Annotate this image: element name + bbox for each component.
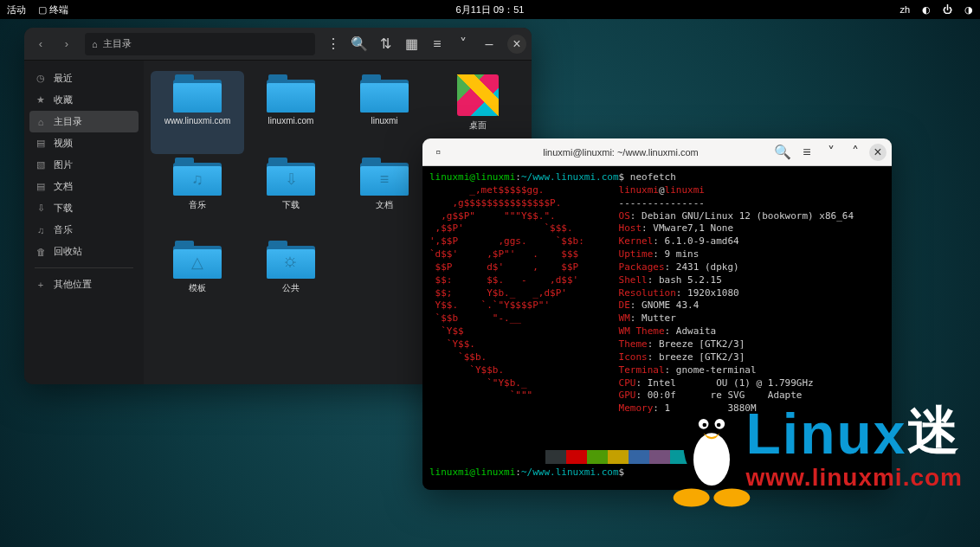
file-manager-header: ‹ › ⌂ 主目录 ⋮ 🔍 ⇅ ▦ ≡ ˅ – × — [24, 28, 532, 61]
new-tab-icon[interactable]: ▫ — [428, 142, 448, 163]
sidebar-item-label: 音乐 — [54, 223, 73, 236]
chevron-up-icon[interactable]: ˄ — [845, 142, 866, 163]
folder-icon — [360, 74, 409, 113]
color-swatch — [649, 450, 670, 464]
menu-icon[interactable]: ≡ — [796, 142, 817, 163]
file-label: 公共 — [282, 282, 300, 294]
status-icon[interactable]: ◐ — [922, 4, 931, 16]
file-label: 音乐 — [189, 199, 206, 211]
terminal-title: linuxmi@linuxmi: ~/www.linuxmi.com — [473, 147, 769, 158]
file-item-1[interactable]: linuxmi.com — [244, 71, 338, 154]
plus-icon: + — [35, 280, 47, 290]
search-icon[interactable]: 🔍 — [772, 142, 793, 163]
sidebar-item-label: 图片 — [54, 158, 73, 171]
folder-icon: ⇩ — [267, 158, 315, 196]
app-icon — [457, 74, 499, 116]
file-item-4[interactable]: ♫ 音乐 — [151, 154, 244, 237]
sidebar-item-label: 最近 — [54, 72, 73, 85]
file-item-9[interactable]: ⛭ 公共 — [244, 237, 338, 320]
sidebar-item-4[interactable]: ▧图片 — [24, 154, 144, 176]
minimize-icon[interactable]: – — [478, 33, 500, 55]
sidebar-icon: ▤ — [35, 181, 47, 192]
file-item-0[interactable]: www.linuxmi.com — [151, 71, 244, 154]
active-app-indicator[interactable]: ▢ 终端 — [38, 3, 68, 16]
sidebar-icon: ▤ — [35, 138, 47, 149]
close-icon[interactable]: × — [507, 35, 526, 54]
file-label: 模板 — [189, 282, 206, 294]
sidebar-item-other[interactable]: +其他位置 — [24, 274, 144, 295]
back-button[interactable]: ‹ — [29, 33, 52, 55]
color-palette — [545, 450, 712, 464]
file-label: www.linuxmi.com — [164, 116, 231, 125]
file-label: 桌面 — [469, 119, 487, 132]
folder-icon: ≡ — [360, 158, 409, 196]
color-swatch — [566, 450, 587, 464]
file-label: 下载 — [282, 199, 300, 211]
sidebar-item-label: 下载 — [54, 202, 73, 215]
input-method-indicator[interactable]: zh — [899, 4, 910, 15]
path-label: 主目录 — [103, 37, 132, 50]
sidebar-icon: ▧ — [35, 159, 47, 171]
chevron-down-icon[interactable]: ˅ — [452, 33, 474, 55]
svg-point-7 — [713, 489, 750, 507]
sidebar-item-3[interactable]: ▤视频 — [24, 132, 144, 154]
sidebar-icon: ⌂ — [35, 117, 47, 127]
sidebar: ◷最近★收藏⌂主目录▤视频▧图片▤文档⇩下载♫音乐🗑回收站+其他位置 — [24, 61, 144, 384]
file-item-5[interactable]: ⇩ 下载 — [244, 154, 338, 237]
path-bar[interactable]: ⌂ 主目录 — [85, 33, 315, 55]
chevron-down-icon[interactable]: ˅ — [821, 142, 841, 163]
activities-button[interactable]: 活动 — [7, 3, 26, 16]
logo-cn: 迷 — [907, 396, 961, 467]
sidebar-item-6[interactable]: ⇩下载 — [24, 197, 144, 219]
menu-icon[interactable]: ≡ — [426, 33, 448, 55]
forward-button[interactable]: › — [55, 33, 78, 55]
sidebar-item-8[interactable]: 🗑回收站 — [24, 241, 144, 262]
sidebar-item-label: 收藏 — [54, 93, 73, 106]
folder-icon: ♫ — [173, 158, 222, 196]
file-label: linuxmi.com — [268, 116, 314, 125]
color-swatch — [587, 450, 608, 464]
folder-icon — [267, 74, 315, 113]
close-icon[interactable]: × — [869, 144, 887, 161]
clock[interactable]: 6月11日 09：51 — [456, 3, 525, 16]
system-menu-icon[interactable]: ◑ — [964, 4, 973, 16]
color-swatch — [608, 450, 629, 464]
sidebar-item-label: 文档 — [54, 180, 73, 193]
view-icon[interactable]: ▦ — [400, 33, 422, 55]
sidebar-item-2[interactable]: ⌂主目录 — [29, 111, 139, 132]
sidebar-item-5[interactable]: ▤文档 — [24, 176, 144, 197]
sidebar-icon: ♫ — [35, 225, 47, 235]
sidebar-item-label: 其他位置 — [54, 278, 92, 291]
color-swatch — [545, 450, 566, 464]
svg-point-6 — [673, 489, 709, 507]
topbar: 活动 ▢ 终端 6月11日 09：51 zh ◐ ⏻ ◑ — [0, 0, 980, 19]
terminal-window: ▫ linuxmi@linuxmi: ~/www.linuxmi.com 🔍 ≡… — [422, 138, 892, 490]
file-label: 文档 — [376, 199, 393, 211]
sidebar-icon: 🗑 — [35, 247, 47, 257]
sort-icon[interactable]: ⇅ — [374, 33, 397, 55]
sidebar-icon: ◷ — [35, 73, 47, 84]
sidebar-icon: ⇩ — [35, 203, 47, 214]
folder-icon: △ — [173, 241, 222, 279]
path-more-button[interactable]: ⋮ — [322, 33, 345, 55]
home-icon: ⌂ — [92, 39, 98, 49]
sidebar-item-1[interactable]: ★收藏 — [24, 89, 144, 111]
terminal-body[interactable]: linuxmi@linuxmi:~/www.linuxmi.com$ neofe… — [422, 166, 892, 490]
file-item-2[interactable]: linuxmi — [338, 71, 431, 154]
color-swatch — [670, 450, 691, 464]
sidebar-icon: ★ — [35, 94, 47, 106]
terminal-header: ▫ linuxmi@linuxmi: ~/www.linuxmi.com 🔍 ≡… — [422, 138, 892, 166]
sidebar-item-label: 回收站 — [54, 245, 82, 258]
sidebar-item-7[interactable]: ♫音乐 — [24, 219, 144, 241]
folder-icon — [173, 74, 222, 113]
file-item-8[interactable]: △ 模板 — [151, 237, 244, 320]
sidebar-item-0[interactable]: ◷最近 — [24, 68, 144, 89]
power-icon[interactable]: ⏻ — [943, 4, 952, 15]
sidebar-item-label: 视频 — [54, 137, 73, 150]
file-item-6[interactable]: ≡ 文档 — [338, 154, 431, 237]
file-label: linuxmi — [371, 116, 397, 125]
color-swatch — [691, 450, 712, 464]
folder-icon: ⛭ — [267, 241, 315, 279]
color-swatch — [629, 450, 649, 464]
search-icon[interactable]: 🔍 — [348, 33, 371, 55]
